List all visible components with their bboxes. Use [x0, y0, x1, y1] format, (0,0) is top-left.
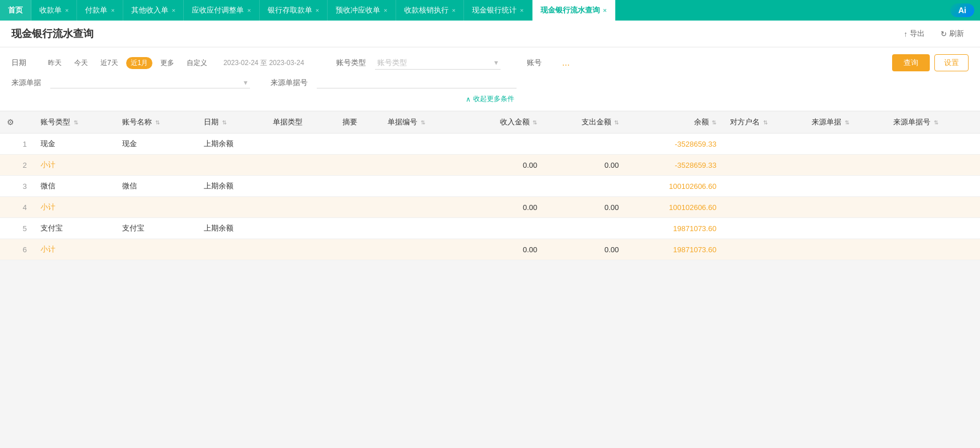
- nav-tab-other-income[interactable]: 其他收入单 ×: [123, 0, 184, 21]
- close-icon[interactable]: ×: [172, 7, 175, 14]
- sort-icon[interactable]: ⇅: [934, 119, 938, 126]
- export-button[interactable]: ↑ 导出: [900, 26, 930, 41]
- nav-tab-payment-label: 付款单: [85, 5, 107, 15]
- cell-source-doc: [805, 155, 886, 176]
- cell-expense: [544, 218, 626, 239]
- nav-tab-prepay-offset[interactable]: 预收冲应收单 ×: [328, 0, 396, 21]
- sort-icon[interactable]: ⇅: [421, 119, 425, 126]
- date-opt-1month[interactable]: 近1月: [126, 57, 153, 69]
- sort-icon[interactable]: ⇅: [533, 119, 537, 126]
- row-num: 3: [0, 176, 34, 197]
- nav-tab-receipt[interactable]: 收款单 ×: [31, 0, 77, 21]
- date-opt-custom[interactable]: 自定义: [182, 57, 212, 69]
- query-button[interactable]: 查询: [892, 54, 930, 71]
- page-header: 现金银行流水查询 ↑ 导出 ↻ 刷新: [0, 21, 980, 47]
- cell-summary: [336, 176, 381, 197]
- sort-icon[interactable]: ⇅: [763, 119, 768, 126]
- nav-tab-receipt-exec[interactable]: 收款核销执行 ×: [396, 0, 464, 21]
- cell-counterpart: [723, 155, 805, 176]
- close-icon[interactable]: ×: [316, 7, 319, 14]
- close-icon[interactable]: ×: [111, 7, 114, 14]
- nav-tab-receipt-exec-label: 收款核销执行: [404, 5, 449, 15]
- nav-tab-cash-flow-label: 现金银行流水查询: [541, 5, 600, 15]
- cell-doc-num: [381, 155, 462, 176]
- source-doc-num-input[interactable]: [317, 77, 517, 88]
- cell-doc-type: [266, 239, 335, 260]
- sort-icon[interactable]: ⇅: [845, 119, 849, 126]
- cell-account-type: 小计: [34, 155, 115, 176]
- page-title: 现金银行流水查询: [11, 27, 94, 41]
- cell-balance: 19871073.60: [626, 239, 723, 260]
- col-account-name: 账号名称 ⇅: [115, 111, 197, 134]
- row-num: 1: [0, 134, 34, 155]
- cell-account-name: 现金: [115, 134, 197, 155]
- cell-counterpart: [723, 239, 805, 260]
- row-num: 5: [0, 218, 34, 239]
- table-container: ⚙ 账号类型 ⇅ 账号名称 ⇅ 日期 ⇅ 单据类型 摘要: [0, 111, 980, 260]
- cell-expense: [544, 134, 626, 155]
- col-account-type-label: 账号类型: [41, 118, 70, 126]
- sort-icon[interactable]: ⇅: [712, 119, 716, 126]
- close-icon[interactable]: ×: [452, 7, 455, 14]
- nav-tab-other-income-label: 其他收入单: [131, 5, 168, 15]
- cell-balance: -3528659.33: [626, 134, 723, 155]
- sort-icon[interactable]: ⇅: [614, 119, 619, 126]
- cell-expense: [544, 176, 626, 197]
- date-opt-yesterday[interactable]: 昨天: [43, 57, 66, 69]
- collapse-bar[interactable]: ∧ 收起更多条件: [11, 94, 969, 104]
- account-label: 账号: [527, 58, 550, 68]
- cell-balance: 100102606.60: [626, 176, 723, 197]
- cell-doc-type: [266, 134, 335, 155]
- gear-icon[interactable]: ⚙: [7, 118, 14, 127]
- date-opt-today[interactable]: 今天: [70, 57, 92, 69]
- table-row[interactable]: 6 小计 0.00 0.00 19871073.60: [0, 239, 980, 260]
- account-type-select[interactable]: 账号类型 ▾: [375, 56, 501, 70]
- date-options: 昨天 今天 近7天 近1月 更多 自定义: [43, 57, 212, 69]
- close-icon[interactable]: ×: [603, 7, 607, 14]
- table-row[interactable]: 4 小计 0.00 0.00 100102606.60: [0, 197, 980, 218]
- date-opt-7days[interactable]: 近7天: [96, 57, 123, 69]
- col-source-doc-num: 来源单据号 ⇅: [886, 111, 980, 134]
- table-header-row: ⚙ 账号类型 ⇅ 账号名称 ⇅ 日期 ⇅ 单据类型 摘要: [0, 111, 980, 134]
- table-row[interactable]: 1 现金 现金 上期余额 -3528659.33: [0, 134, 980, 155]
- nav-tab-home[interactable]: 首页: [0, 0, 31, 21]
- row-num: 6: [0, 239, 34, 260]
- sort-icon[interactable]: ⇅: [155, 119, 160, 126]
- nav-tab-ar-ap-adjust-label: 应收应付调整单: [192, 5, 244, 15]
- col-account-type: 账号类型 ⇅: [34, 111, 115, 134]
- sort-icon[interactable]: ⇅: [74, 119, 78, 126]
- nav-tab-bank-deposit-label: 银行存取款单: [268, 5, 312, 15]
- cell-balance: 19871073.60: [626, 218, 723, 239]
- cell-summary: [336, 239, 381, 260]
- sort-icon[interactable]: ⇅: [222, 119, 227, 126]
- nav-tab-bank-deposit[interactable]: 银行存取款单 ×: [260, 0, 328, 21]
- account-dots-button[interactable]: ...: [559, 58, 573, 68]
- cell-counterpart: [723, 176, 805, 197]
- source-doc-select[interactable]: ▾: [50, 77, 250, 88]
- nav-tab-ar-ap-adjust[interactable]: 应收应付调整单 ×: [184, 0, 259, 21]
- cell-account-type: 小计: [34, 239, 115, 260]
- cell-summary: [336, 134, 381, 155]
- nav-tab-payment[interactable]: 付款单 ×: [77, 0, 123, 21]
- table-row[interactable]: 5 支付宝 支付宝 上期余额 19871073.60: [0, 218, 980, 239]
- close-icon[interactable]: ×: [65, 7, 68, 14]
- cell-source-doc-num: [886, 134, 980, 155]
- date-opt-more[interactable]: 更多: [156, 57, 179, 69]
- col-source-doc: 来源单据 ⇅: [805, 111, 886, 134]
- nav-tab-cash-flow[interactable]: 现金银行流水查询 ×: [533, 0, 615, 21]
- close-icon[interactable]: ×: [384, 7, 387, 14]
- cell-expense: 0.00: [544, 197, 626, 218]
- filter-row-1: 日期 昨天 今天 近7天 近1月 更多 自定义 2023-02-24 至 202…: [11, 54, 969, 71]
- refresh-button[interactable]: ↻ 刷新: [936, 26, 969, 41]
- settings-button[interactable]: 设置: [934, 54, 969, 71]
- cell-doc-num: [381, 239, 462, 260]
- close-icon[interactable]: ×: [247, 7, 251, 14]
- cell-counterpart: [723, 197, 805, 218]
- table-row[interactable]: 3 微信 微信 上期余额 100102606.60: [0, 176, 980, 197]
- nav-tab-cash-stats[interactable]: 现金银行统计 ×: [464, 0, 532, 21]
- table-row[interactable]: 2 小计 0.00 0.00 -3528659.33: [0, 155, 980, 176]
- close-icon[interactable]: ×: [520, 7, 523, 14]
- ai-button[interactable]: Ai: [950, 3, 974, 17]
- filter-row-2: 来源单据 ▾ 来源单据号: [11, 77, 969, 88]
- chevron-up-icon: ∧: [466, 95, 471, 103]
